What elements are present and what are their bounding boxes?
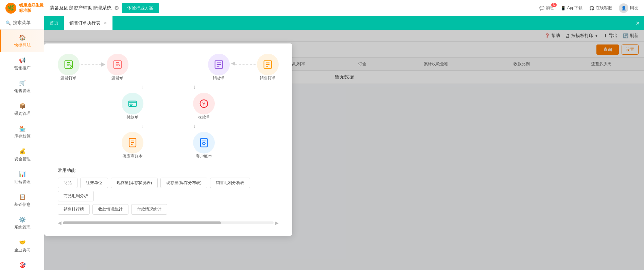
finance-icon: 💰	[19, 147, 26, 155]
operation-icon: 📊	[19, 170, 26, 178]
modal-scrollbar-thumb	[63, 221, 221, 224]
customer-ledger-label: 客户账本	[196, 154, 212, 159]
flow-node-purchase-order[interactable]: 进货订单	[58, 54, 80, 81]
sale-bill-circle	[208, 54, 230, 75]
message-btn[interactable]: 💬 消息 6	[539, 5, 554, 11]
func-btn-receipt-stats[interactable]: 收款情况统计	[92, 204, 128, 215]
sidebar-item-sales[interactable]: 🛒 销售管理	[0, 75, 44, 98]
sidebar-item-quick-nav[interactable]: 🏠 快捷导航	[0, 30, 44, 52]
down-arrow-payment: ↓	[122, 123, 162, 129]
header-right: 💬 消息 6 📱 App下载 🎧 在线客服 👤 用友	[539, 3, 639, 13]
func-btn-payment-stats[interactable]: 付款情况统计	[131, 204, 167, 215]
sidebar-item-finance[interactable]: 💰 资金管理	[0, 143, 44, 166]
tab-home[interactable]: 首页	[44, 16, 64, 30]
tab-bar: 首页 销售订单执行表 ✕ ✕	[44, 16, 644, 30]
flow-node-supplier-ledger[interactable]: 供应商账本	[122, 132, 143, 159]
home-icon: 🏠	[19, 34, 26, 41]
flow-node-payment[interactable]: 付款单	[122, 93, 143, 120]
svg-rect-16	[201, 139, 207, 147]
app-icon: 📱	[561, 6, 566, 11]
tab-bar-close-btn[interactable]: ✕	[631, 20, 644, 26]
logo-text: 畅康通好生意 标准版	[19, 3, 43, 13]
modal-box: 进货订单 ▶	[44, 43, 292, 236]
purchase-order-circle	[58, 54, 80, 75]
purchase-bill-circle	[107, 54, 128, 75]
search-menu[interactable]: 🔍 搜索菜单	[0, 16, 44, 30]
scroll-left-icon[interactable]: ◀	[58, 220, 62, 226]
headset-icon: 🎧	[589, 6, 594, 11]
sidebar-item-label: 基础信息	[14, 202, 31, 208]
user-area[interactable]: 👤 用友	[619, 3, 639, 13]
tab-sales-orders[interactable]: 销售订单执行表 ✕	[64, 16, 112, 30]
sidebar-item-label: 系统管理	[14, 224, 31, 230]
sidebar-item-label: 企业协同	[14, 247, 31, 253]
sales-icon: 🛒	[19, 79, 26, 87]
search-icon: 🔍	[5, 20, 11, 25]
supplier-ledger-circle	[122, 132, 143, 154]
flow-row-3-arrows: ↓ ↓	[58, 123, 279, 130]
down-arrow-receipt: ↓	[174, 123, 215, 129]
avatar: 👤	[619, 3, 628, 13]
newbie-icon: 🎯	[19, 261, 26, 269]
experience-btn[interactable]: 体验行业方案	[122, 3, 159, 13]
flow-row-2-arrows: ↓ ↓	[58, 84, 279, 91]
payment-circle	[122, 93, 143, 114]
sidebar-item-label: 库存核算	[14, 133, 31, 139]
sidebar-item-inventory[interactable]: 🏪 库存核算	[0, 121, 44, 143]
system-icon: ⚙️	[19, 216, 26, 223]
sale-bill-label: 销货单	[213, 75, 225, 81]
purchase-bill-label: 进货单	[111, 75, 124, 81]
tab-close-icon[interactable]: ✕	[104, 21, 107, 25]
flow-row-2: 付款单 ¥	[58, 93, 279, 120]
func-btn-stock-dist[interactable]: 现存量(库存分布表)	[160, 178, 207, 188]
online-service-btn[interactable]: 🎧 在线客服	[589, 5, 612, 11]
scroll-right-icon[interactable]: ▶	[275, 220, 279, 226]
flow-node-receipt[interactable]: ¥ 收款单	[193, 93, 215, 120]
flow-node-sale-bill[interactable]: 销货单	[208, 54, 230, 81]
sidebar-item-label: 营销推广	[14, 65, 31, 71]
supplier-ledger-label: 供应商账本	[122, 154, 143, 159]
top-header: 🌿 畅康通好生意 标准版 装备及固定资产辅助管理系统 ⚙ 体验行业方案 💬 消息…	[0, 0, 644, 16]
flow-row-1: 进货订单 ▶	[58, 54, 279, 81]
flow-node-sale-order[interactable]: 销售订单	[257, 54, 279, 81]
func-btn-sales-profit[interactable]: 销售毛利分析表	[210, 178, 250, 188]
logo-icon: 🌿	[5, 3, 16, 14]
flow-node-customer-ledger[interactable]: 客户账本	[193, 132, 215, 159]
sidebar-item-label: 资金管理	[14, 156, 31, 162]
flow-node-purchase-bill[interactable]: 进货单	[107, 54, 128, 81]
func-buttons-row2: 销售排行榜 收款情况统计 付款情况统计	[58, 204, 279, 215]
func-btn-sales-rank[interactable]: 销售排行榜	[58, 204, 90, 215]
svg-point-18	[203, 142, 205, 145]
func-buttons: 商品 往来单位 现存量(库存状况表) 现存量(库存分布表) 销售毛利分析表 商品…	[58, 178, 279, 201]
modal-scrollbar[interactable]	[63, 221, 274, 224]
content-area: 首页 销售订单执行表 ✕ ✕ ❓ 帮助 🖨	[44, 16, 644, 270]
down-arrow-pb: ↓	[122, 84, 162, 90]
func-btn-product-profit[interactable]: 商品毛利分析	[58, 191, 94, 201]
arrow-po-pb: ▶	[80, 61, 107, 67]
sidebar-item-newbie[interactable]: 🎯 新手引导	[0, 257, 44, 270]
modal-overlay: 进货订单 ▶	[44, 30, 644, 270]
sidebar-item-label: 销售管理	[14, 88, 31, 94]
payment-label: 付款单	[126, 114, 139, 120]
sidebar-item-operation[interactable]: 📊 经营管理	[0, 166, 44, 189]
receipt-label: 收款单	[198, 114, 210, 120]
sidebar-item-cooperation[interactable]: 🤝 企业协同	[0, 234, 44, 257]
sidebar-item-purchase[interactable]: 📦 采购管理	[0, 98, 44, 121]
svg-rect-1	[114, 61, 122, 69]
receipt-circle: ¥	[193, 93, 215, 114]
sidebar-item-marketing[interactable]: 📢 营销推广	[0, 52, 44, 75]
func-btn-partners[interactable]: 往来单位	[80, 178, 108, 188]
sidebar-item-basic[interactable]: 📋 基础信息	[0, 189, 44, 212]
system-title: 装备及固定资产辅助管理系统	[50, 5, 111, 11]
func-btn-stock-status[interactable]: 现存量(库存状况表)	[111, 178, 158, 188]
basic-icon: 📋	[19, 193, 26, 200]
down-arrow-sb: ↓	[174, 84, 215, 90]
message-badge: 6	[551, 3, 557, 7]
arrow-so-sb: ▶	[230, 61, 257, 67]
func-btn-product[interactable]: 商品	[58, 178, 77, 188]
sale-order-circle	[257, 54, 279, 75]
sidebar-item-system[interactable]: ⚙️ 系统管理	[0, 212, 44, 234]
sidebar: 🔍 搜索菜单 🏠 快捷导航 📢 营销推广 🛒 销售管理 📦 采购管理 🏪	[0, 16, 44, 270]
settings-icon[interactable]: ⚙	[114, 5, 119, 11]
app-download-btn[interactable]: 📱 App下载	[561, 5, 582, 11]
